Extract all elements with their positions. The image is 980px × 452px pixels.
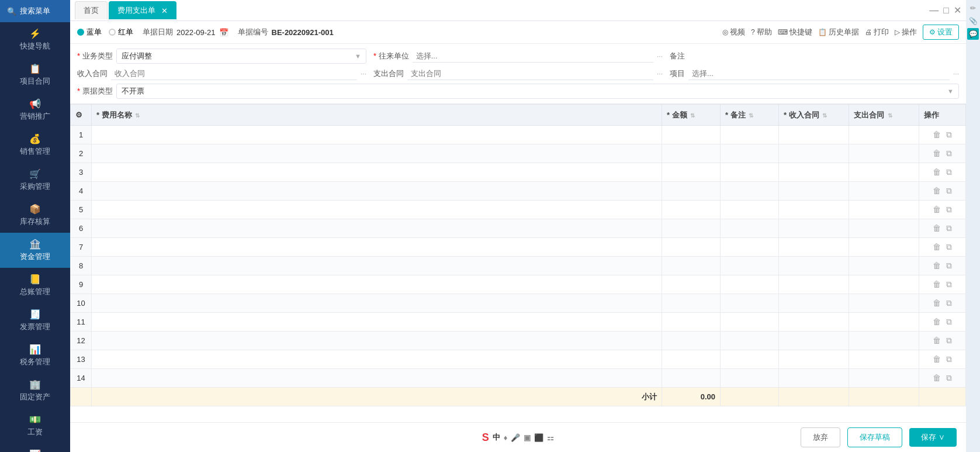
minimize-btn[interactable]: —	[929, 5, 939, 16]
copy-row-icon[interactable]: ⧉	[946, 261, 952, 270]
amount-cell[interactable]	[662, 201, 721, 219]
expense-name-cell[interactable]	[92, 219, 662, 238]
amount-cell[interactable]	[662, 238, 721, 257]
set-button[interactable]: ⚙ 设置	[923, 25, 959, 40]
col-gear-header[interactable]: ⚙	[71, 105, 92, 126]
income-contract-ellipsis[interactable]: ···	[361, 70, 366, 78]
copy-row-icon[interactable]: ⧉	[946, 149, 952, 158]
copy-row-icon[interactable]: ⧉	[946, 317, 952, 326]
income-contract-cell[interactable]	[779, 144, 849, 163]
copy-row-icon[interactable]: ⧉	[946, 336, 952, 345]
project-input[interactable]	[688, 67, 950, 80]
expense-contract-cell[interactable]	[849, 163, 919, 182]
expense-name-cell[interactable]	[92, 144, 662, 163]
delete-row-icon[interactable]: 🗑	[933, 167, 941, 177]
sidebar-item-tax-mgmt[interactable]: 📊税务管理	[0, 338, 70, 373]
amount-cell[interactable]	[662, 182, 721, 201]
copy-row-icon[interactable]: ⧉	[946, 223, 952, 233]
amount-cell[interactable]	[662, 313, 721, 332]
amount-cell[interactable]	[662, 219, 721, 238]
delete-row-icon[interactable]: 🗑	[933, 280, 941, 289]
expense-contract-ellipsis[interactable]: ···	[657, 70, 663, 78]
delete-row-icon[interactable]: 🗑	[933, 223, 941, 233]
copy-row-icon[interactable]: ⧉	[946, 167, 952, 177]
shortcut-btn[interactable]: ⌨ 快捷键	[778, 27, 812, 37]
delete-row-icon[interactable]: 🗑	[933, 373, 941, 382]
amount-cell[interactable]	[662, 257, 721, 275]
copy-row-icon[interactable]: ⧉	[946, 354, 952, 364]
income-contract-cell[interactable]	[779, 182, 849, 201]
remark-cell[interactable]	[721, 126, 779, 144]
sort-arrows-remark[interactable]: ⇅	[749, 112, 753, 119]
income-contract-cell[interactable]	[779, 238, 849, 257]
save-button[interactable]: 保存 ∨	[909, 428, 957, 447]
operations-btn[interactable]: ▷ 操作	[895, 27, 917, 37]
business-type-input[interactable]: 应付调整 ▼	[116, 49, 366, 64]
amount-cell[interactable]	[662, 275, 721, 294]
sidebar-item-invoice-mgmt[interactable]: 🧾发票管理	[0, 303, 70, 338]
sidebar-item-operation-mgmt[interactable]: 📈经营管理	[0, 443, 70, 452]
income-contract-cell[interactable]	[779, 369, 849, 388]
tab-home[interactable]: 首页	[75, 1, 108, 19]
sidebar-item-purchase-mgmt[interactable]: 🛒采购管理	[0, 163, 70, 198]
expense-contract-cell[interactable]	[849, 332, 919, 350]
income-contract-cell[interactable]	[779, 275, 849, 294]
remark-cell[interactable]	[721, 294, 779, 313]
remark-cell[interactable]	[721, 369, 779, 388]
video-btn[interactable]: ◎ 视频	[722, 27, 745, 37]
remark-cell[interactable]	[721, 219, 779, 238]
expense-contract-cell[interactable]	[849, 238, 919, 257]
income-contract-cell[interactable]	[779, 350, 849, 369]
delete-row-icon[interactable]: 🗑	[933, 186, 941, 195]
sidebar-item-capital-mgmt[interactable]: 🏦资金管理	[0, 233, 70, 268]
remark-cell[interactable]	[721, 313, 779, 332]
expense-name-cell[interactable]	[92, 332, 662, 350]
income-contract-cell[interactable]	[779, 294, 849, 313]
income-contract-cell[interactable]	[779, 201, 849, 219]
copy-row-icon[interactable]: ⧉	[946, 242, 952, 251]
amount-cell[interactable]	[662, 144, 721, 163]
expense-name-cell[interactable]	[92, 163, 662, 182]
delete-row-icon[interactable]: 🗑	[933, 149, 941, 158]
partner-input[interactable]	[413, 50, 653, 63]
delete-row-icon[interactable]: 🗑	[933, 242, 941, 251]
expense-name-cell[interactable]	[92, 182, 662, 201]
sort-arrows-income[interactable]: ⇅	[822, 112, 827, 119]
expense-contract-input[interactable]	[407, 67, 653, 80]
income-contract-cell[interactable]	[779, 257, 849, 275]
income-contract-cell[interactable]	[779, 219, 849, 238]
red-doc-radio[interactable]: 红单	[109, 27, 133, 37]
income-contract-cell[interactable]	[779, 313, 849, 332]
remark-cell[interactable]	[721, 201, 779, 219]
date-value[interactable]: 2022-09-21	[176, 28, 216, 37]
delete-row-icon[interactable]: 🗑	[933, 205, 941, 214]
expense-name-cell[interactable]	[92, 126, 662, 144]
remark-cell[interactable]	[721, 163, 779, 182]
expense-name-cell[interactable]	[92, 201, 662, 219]
close-btn[interactable]: ✕	[954, 5, 961, 16]
remark-cell[interactable]	[721, 275, 779, 294]
expense-contract-cell[interactable]	[849, 257, 919, 275]
amount-cell[interactable]	[662, 332, 721, 350]
expense-contract-cell[interactable]	[849, 182, 919, 201]
expense-contract-cell[interactable]	[849, 201, 919, 219]
delete-row-icon[interactable]: 🗑	[933, 317, 941, 326]
expense-contract-cell[interactable]	[849, 294, 919, 313]
remark-cell[interactable]	[721, 257, 779, 275]
invoice-type-input[interactable]: 不开票 ▼	[116, 84, 959, 99]
blue-doc-radio[interactable]: 蓝单	[77, 27, 102, 37]
expense-name-cell[interactable]	[92, 257, 662, 275]
tab-expense-form[interactable]: 费用支出单✕	[109, 1, 176, 19]
amount-cell[interactable]	[662, 294, 721, 313]
expense-name-cell[interactable]	[92, 369, 662, 388]
delete-row-icon[interactable]: 🗑	[933, 354, 941, 364]
expense-contract-cell[interactable]	[849, 350, 919, 369]
copy-row-icon[interactable]: ⧉	[946, 280, 952, 289]
amount-cell[interactable]	[662, 126, 721, 144]
maximize-btn[interactable]: □	[943, 5, 949, 16]
remark-cell[interactable]	[721, 238, 779, 257]
expense-name-cell[interactable]	[92, 238, 662, 257]
print-btn[interactable]: 🖨 打印	[865, 27, 889, 37]
edit-tool-btn[interactable]: ✏	[967, 2, 979, 14]
discard-button[interactable]: 放弃	[801, 427, 840, 447]
